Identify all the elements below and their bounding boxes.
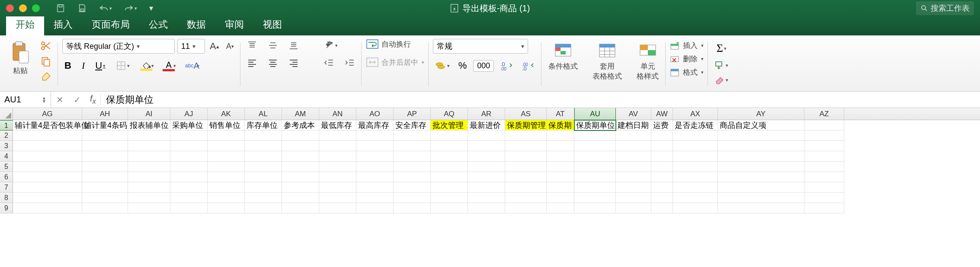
- cell-AJ3[interactable]: [170, 141, 208, 151]
- paste-button[interactable]: 粘贴: [8, 39, 33, 76]
- cell-AQ8[interactable]: [431, 193, 468, 203]
- cell-AU2[interactable]: [574, 130, 616, 141]
- increase-decimal-button[interactable]: .0.00: [498, 60, 516, 72]
- close-window-button[interactable]: [6, 4, 14, 12]
- autosum-button[interactable]: Σ▾: [712, 41, 730, 56]
- cell-AT1[interactable]: 保质期: [547, 120, 574, 130]
- cut-button[interactable]: [38, 39, 54, 53]
- format-cells-button[interactable]: 格式▾: [670, 67, 704, 77]
- decrease-indent-button[interactable]: [322, 57, 336, 68]
- cell-AK4[interactable]: [208, 151, 245, 162]
- column-header-AY[interactable]: AY: [718, 108, 804, 120]
- cell-AW2[interactable]: [651, 130, 673, 141]
- row-header-4[interactable]: 4: [0, 151, 13, 162]
- zoom-window-button[interactable]: [32, 4, 40, 12]
- cell-AJ4[interactable]: [170, 151, 208, 162]
- cell-AV9[interactable]: [616, 203, 651, 213]
- column-header-AM[interactable]: AM: [282, 108, 319, 120]
- cell-AM7[interactable]: [282, 182, 319, 193]
- cell-AH8[interactable]: [82, 193, 128, 203]
- cell-AT2[interactable]: [547, 130, 574, 141]
- phonetic-button[interactable]: abcA▾: [183, 60, 202, 72]
- cell-AG9[interactable]: [13, 203, 82, 213]
- cell-AU1[interactable]: 保质期单位: [574, 120, 616, 130]
- comma-button[interactable]: 000: [473, 60, 494, 72]
- cell-AP2[interactable]: [394, 130, 431, 141]
- tab-插入[interactable]: 插入: [44, 14, 82, 35]
- cell-AX9[interactable]: [673, 203, 718, 213]
- cell-AG6[interactable]: [13, 172, 82, 182]
- cell-AJ9[interactable]: [170, 203, 208, 213]
- cell-AR4[interactable]: [468, 151, 505, 162]
- cell-AX1[interactable]: 是否走冻链: [673, 120, 718, 130]
- cell-AM4[interactable]: [282, 151, 319, 162]
- cell-AS8[interactable]: [505, 193, 547, 203]
- wrap-text-button[interactable]: 自动换行: [366, 39, 424, 49]
- cell-AS5[interactable]: [505, 162, 547, 172]
- cell-AH6[interactable]: [82, 172, 128, 182]
- fill-button[interactable]: ▾: [712, 60, 730, 71]
- column-header-AT[interactable]: AT: [547, 108, 574, 120]
- cell-AP3[interactable]: [394, 141, 431, 151]
- font-color-button[interactable]: A▾: [160, 59, 177, 73]
- cell-AW3[interactable]: [651, 141, 673, 151]
- tab-公式[interactable]: 公式: [139, 14, 177, 35]
- cell-AW7[interactable]: [651, 182, 673, 193]
- format-as-table-button[interactable]: 套用 表格格式: [590, 41, 625, 82]
- cell-AR5[interactable]: [468, 162, 505, 172]
- cell-AR9[interactable]: [468, 203, 505, 213]
- font-name-dropdown[interactable]: 等线 Regular (正文)▾: [62, 39, 175, 54]
- cell-AR3[interactable]: [468, 141, 505, 151]
- cell-AP8[interactable]: [394, 193, 431, 203]
- cell-AV7[interactable]: [616, 182, 651, 193]
- cell-AH1[interactable]: 辅计量4条码: [82, 120, 128, 130]
- align-middle-button[interactable]: [266, 39, 280, 51]
- cell-AL8[interactable]: [245, 193, 282, 203]
- cell-AG4[interactable]: [13, 151, 82, 162]
- cell-AY6[interactable]: [718, 172, 804, 182]
- cell-AX3[interactable]: [673, 141, 718, 151]
- fill-color-button[interactable]: ▾: [138, 60, 154, 72]
- cell-AN2[interactable]: [319, 130, 356, 141]
- cell-AX5[interactable]: [673, 162, 718, 172]
- cell-AI6[interactable]: [128, 172, 170, 182]
- column-header-AG[interactable]: AG: [13, 108, 82, 120]
- cell-AR8[interactable]: [468, 193, 505, 203]
- column-header-AP[interactable]: AP: [394, 108, 431, 120]
- confirm-formula-button[interactable]: ✓: [68, 95, 86, 105]
- cell-AW8[interactable]: [651, 193, 673, 203]
- cell-AZ8[interactable]: [804, 193, 844, 203]
- column-header-AU[interactable]: AU: [574, 108, 616, 120]
- cell-AQ1[interactable]: 批次管理: [431, 120, 468, 130]
- column-header-AO[interactable]: AO: [356, 108, 394, 120]
- cell-AN3[interactable]: [319, 141, 356, 151]
- cell-AM2[interactable]: [282, 130, 319, 141]
- cell-AI2[interactable]: [128, 130, 170, 141]
- cell-AM3[interactable]: [282, 141, 319, 151]
- fx-icon[interactable]: fx: [86, 94, 101, 106]
- column-header-AZ[interactable]: AZ: [804, 108, 844, 120]
- cell-AY5[interactable]: [718, 162, 804, 172]
- cell-AG8[interactable]: [13, 193, 82, 203]
- font-size-dropdown[interactable]: 11▾: [177, 39, 205, 54]
- cell-AW6[interactable]: [651, 172, 673, 182]
- cell-AV3[interactable]: [616, 141, 651, 151]
- cell-AM1[interactable]: 参考成本: [282, 120, 319, 130]
- row-header-8[interactable]: 8: [0, 193, 13, 203]
- cell-AS7[interactable]: [505, 182, 547, 193]
- cell-AZ6[interactable]: [804, 172, 844, 182]
- cell-AO5[interactable]: [356, 162, 394, 172]
- cell-AG3[interactable]: [13, 141, 82, 151]
- cell-AI9[interactable]: [128, 203, 170, 213]
- cell-AU6[interactable]: [574, 172, 616, 182]
- cell-AQ5[interactable]: [431, 162, 468, 172]
- cell-AU3[interactable]: [574, 141, 616, 151]
- row-header-7[interactable]: 7: [0, 182, 13, 193]
- cell-AT8[interactable]: [547, 193, 574, 203]
- column-header-AL[interactable]: AL: [245, 108, 282, 120]
- cell-AG1[interactable]: 辅计量4是否包装单位: [13, 120, 82, 130]
- cancel-formula-button[interactable]: ✕: [51, 95, 68, 105]
- cell-AP6[interactable]: [394, 172, 431, 182]
- cell-AQ3[interactable]: [431, 141, 468, 151]
- cell-AY2[interactable]: [718, 130, 804, 141]
